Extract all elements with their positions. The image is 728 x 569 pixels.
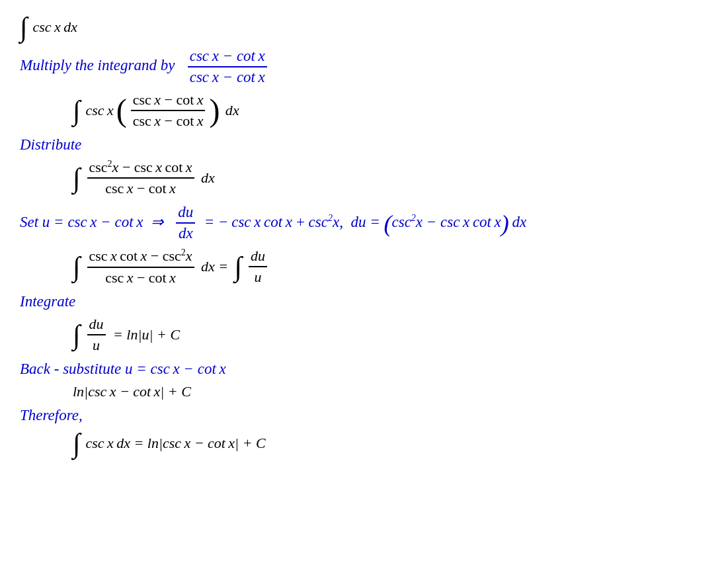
distribute-integral-line: ∫ csc2x − csc x cot x csc x − cot x dx bbox=[73, 159, 215, 197]
integrate-label: Integrate bbox=[20, 293, 708, 310]
initial-integral-section: ∫ csc x dx bbox=[20, 13, 708, 41]
multiply-fraction-numer: csc x − cot x bbox=[188, 48, 267, 67]
integral-sign-1: ∫ bbox=[20, 13, 28, 41]
set-u-label: Set u = csc x − cot x ⇒ du dx = − csc x … bbox=[20, 204, 708, 242]
right-paren-1: ) bbox=[209, 95, 220, 126]
integrate-text: Integrate bbox=[20, 293, 75, 310]
multiply-integral-line: ∫ csc x ( csc x − cot x csc x − cot x ) … bbox=[73, 91, 239, 130]
distributed-fraction-denom: csc x − cot x bbox=[103, 179, 178, 197]
du-u-numer: du bbox=[87, 316, 106, 335]
distribute-label: Distribute bbox=[20, 136, 708, 153]
initial-integrand: csc x dx bbox=[33, 19, 77, 36]
distribute-integral-block: ∫ csc2x − csc x cot x csc x − cot x dx bbox=[73, 159, 708, 197]
du-u-fraction: du u bbox=[87, 316, 106, 354]
therefore-label: Therefore, bbox=[20, 407, 708, 424]
integrate-line: ∫ du u = ln|u| + C bbox=[73, 316, 180, 354]
multiply-fraction: csc x − cot x csc x − cot x bbox=[188, 48, 267, 86]
distribute-text: Distribute bbox=[20, 136, 81, 153]
dx-3: dx = bbox=[198, 258, 232, 275]
multiply-label: Multiply the integrand by csc x − cot x … bbox=[20, 48, 708, 86]
csc-cot-fraction-denom: csc x − cot x bbox=[131, 111, 206, 130]
integral-sign-5: ∫ bbox=[235, 253, 243, 281]
set-u-text: Set u = csc x − cot x ⇒ du dx = − csc x … bbox=[20, 214, 526, 230]
du-numer: du bbox=[249, 247, 267, 267]
csc-x-term: csc x bbox=[86, 102, 114, 119]
sub-fraction-left-denom: csc x − cot x bbox=[103, 268, 178, 286]
du-dx-denom: dx bbox=[177, 224, 195, 242]
substitution-line: ∫ csc x cot x − csc2x csc x − cot x dx =… bbox=[73, 247, 268, 286]
back-sub-line: ln|csc x − cot x| + C bbox=[73, 383, 191, 400]
substitution-block: ∫ csc x cot x − csc2x csc x − cot x dx =… bbox=[73, 247, 708, 286]
multiply-fraction-denom: csc x − cot x bbox=[188, 67, 267, 86]
integral-sign-2: ∫ bbox=[73, 97, 81, 124]
csc-cot-fraction-numer: csc x − cot x bbox=[131, 91, 206, 111]
equals-ln: = ln|u| + C bbox=[110, 326, 181, 343]
integral-sign-4: ∫ bbox=[73, 253, 81, 281]
csc-cot-fraction: csc x − cot x csc x − cot x bbox=[131, 91, 206, 130]
back-sub-result: ln|csc x − cot x| + C bbox=[73, 383, 191, 400]
u-denom: u bbox=[253, 267, 264, 286]
final-answer-line: ∫ csc x dx = ln|csc x − cot x| + C bbox=[73, 429, 266, 457]
back-sub-text: Back - substitute u = csc x − cot x bbox=[20, 361, 226, 377]
dx-2: dx bbox=[198, 169, 215, 187]
therefore-text: Therefore, bbox=[20, 407, 83, 423]
multiply-text: Multiply the integrand by bbox=[20, 57, 175, 73]
integrate-block: ∫ du u = ln|u| + C bbox=[73, 316, 708, 354]
du-dx-numer: du bbox=[176, 204, 195, 224]
distributed-fraction: csc2x − csc x cot x csc x − cot x bbox=[87, 159, 194, 197]
sub-fraction-left-numer: csc x cot x − csc2x bbox=[87, 247, 194, 267]
final-answer-block: ∫ csc x dx = ln|csc x − cot x| + C bbox=[73, 429, 708, 457]
integral-sign-3: ∫ bbox=[73, 164, 81, 192]
du-dx-fraction: du dx bbox=[176, 204, 195, 242]
initial-integral: ∫ csc x dx bbox=[20, 13, 708, 41]
final-integrand: csc x dx = ln|csc x − cot x| + C bbox=[86, 435, 266, 452]
dx-1: dx bbox=[222, 102, 239, 119]
multiply-integral-block: ∫ csc x ( csc x − cot x csc x − cot x ) … bbox=[73, 91, 708, 130]
back-sub-block: ln|csc x − cot x| + C bbox=[73, 383, 708, 400]
sub-fraction-left: csc x cot x − csc2x csc x − cot x bbox=[87, 247, 194, 286]
left-paren-1: ( bbox=[116, 95, 127, 126]
du-u-denom: u bbox=[91, 335, 102, 354]
integral-sign-7: ∫ bbox=[73, 429, 81, 457]
back-sub-label: Back - substitute u = csc x − cot x bbox=[20, 361, 708, 378]
du-over-u-fraction: du u bbox=[249, 247, 267, 286]
integral-sign-6: ∫ bbox=[73, 321, 81, 349]
distributed-fraction-numer: csc2x − csc x cot x bbox=[87, 159, 194, 179]
